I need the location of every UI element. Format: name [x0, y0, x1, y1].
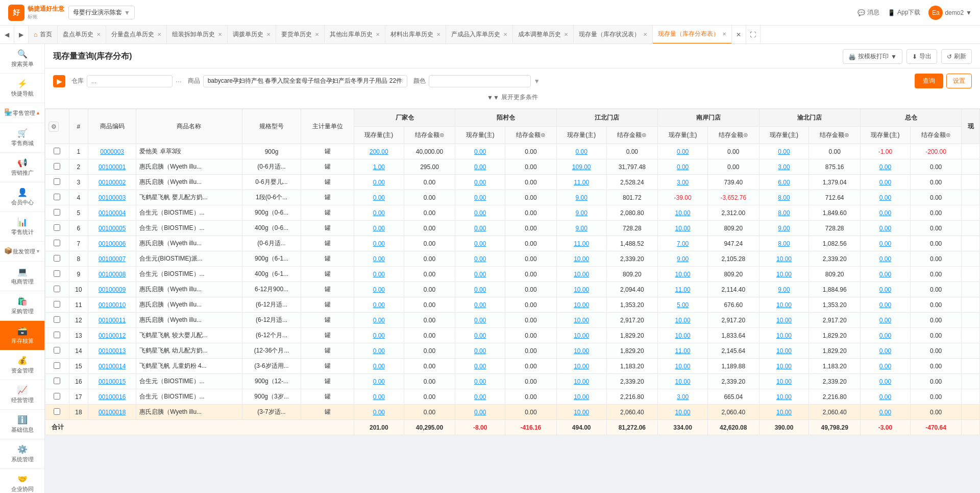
user-menu[interactable]: Ea demo2 ▼	[928, 6, 972, 20]
row-yubei-amt: 1,884.96	[809, 282, 861, 297]
row-checkbox[interactable]	[45, 389, 69, 405]
tab-nav-prev[interactable]: ◀	[0, 26, 14, 44]
tab-nav-next[interactable]: ▶	[14, 26, 29, 44]
tab-inventory-check[interactable]: 盘点单历史 ✕	[58, 26, 106, 44]
tab-outbound[interactable]: 其他出库单历史 ✕	[325, 26, 385, 44]
row-factory-amt: 40,000.00	[404, 144, 455, 159]
tab-assembly[interactable]: 组装拆卸单历史 ✕	[167, 26, 228, 44]
row-checkbox[interactable]	[45, 328, 69, 343]
row-mocun-amt: 0.00	[505, 389, 557, 405]
sidebar-item-purchase[interactable]: 🛍️ 采购管理	[0, 291, 44, 321]
tab-stock-status[interactable]: 现存量（库存状况表） ✕	[574, 26, 653, 44]
row-total-qty: 0.00	[861, 313, 911, 328]
row-checkbox[interactable]	[45, 359, 69, 374]
tab-expand-btn[interactable]: ⛶	[746, 26, 761, 44]
row-checkbox[interactable]	[45, 313, 69, 328]
sidebar-item-retail[interactable]: 🏪 零售管理 ▲	[0, 103, 44, 123]
sidebar-system-label: 系统管理	[11, 456, 34, 462]
sidebar-item-collab[interactable]: 🤝 企业协同	[0, 469, 44, 493]
row-checkbox[interactable]	[45, 159, 69, 175]
sidebar-item-mall[interactable]: 🛒 零售商城	[0, 123, 44, 153]
sidebar-item-marketing[interactable]: 📢 营销推广	[0, 153, 44, 182]
tab-product-in[interactable]: 产成品入库单历史 ✕	[446, 26, 513, 44]
col-group-jiangbei: 江北门店	[556, 109, 657, 127]
row-spec: (3-7岁适...	[242, 405, 301, 420]
tab-order[interactable]: 要货单历史 ✕	[276, 26, 325, 44]
sidebar-item-finance[interactable]: 💰 资金管理	[0, 350, 44, 380]
expand-filter-btn[interactable]: ▼▼ 展开更多条件	[483, 91, 542, 103]
sidebar-item-inventory[interactable]: 🗃️ 库存核算	[0, 321, 44, 350]
tab-material-out[interactable]: 材料出库单历史 ✕	[385, 26, 446, 44]
filter-toggle-btn[interactable]: ▶	[53, 75, 65, 87]
tab-close-icon[interactable]: ✕	[564, 32, 568, 37]
gear-settings-btn[interactable]: ⚙	[48, 122, 59, 132]
tab-close-icon[interactable]: ✕	[376, 32, 380, 37]
row-checkbox[interactable]	[45, 343, 69, 359]
tab-close-icon[interactable]: ✕	[722, 31, 726, 37]
row-checkbox[interactable]	[45, 297, 69, 313]
tab-close-icon[interactable]: ✕	[315, 32, 319, 37]
tab-more-btn[interactable]: ✕	[732, 26, 746, 44]
row-checkbox[interactable]	[45, 221, 69, 236]
row-checkbox[interactable]	[45, 282, 69, 297]
print-btn[interactable]: 🖨️ 按模板打印 ▼	[843, 49, 902, 64]
row-jiangbei-qty: 9.00	[556, 205, 606, 221]
industry-selector[interactable]: 母婴行业演示陈套 ▼	[68, 6, 135, 19]
tab-close-icon[interactable]: ✕	[643, 32, 647, 37]
logo-area[interactable]: 好 畅捷通好生意 标账	[8, 5, 64, 21]
tab-home[interactable]: ⌂ 首页	[29, 26, 58, 44]
row-no: 3	[69, 175, 88, 190]
settings-btn[interactable]: 设置	[946, 74, 972, 88]
sidebar-item-search[interactable]: 🔍 搜索英单	[0, 44, 44, 74]
row-checkbox[interactable]	[45, 405, 69, 420]
app-download-btn[interactable]: 📱 App下载	[888, 8, 920, 17]
tab-home-label: 首页	[40, 30, 52, 39]
row-name: 惠氏启胰（Wyeth illu...	[136, 297, 242, 313]
message-btn[interactable]: 💬 消息	[857, 8, 879, 17]
tab-stock-dist[interactable]: 现存量（库存分布表） ✕	[653, 26, 732, 44]
row-jiangbei-qty: 0.00	[556, 144, 606, 159]
sidebar-item-operation[interactable]: 📈 经营管理	[0, 380, 44, 410]
sidebar-item-system[interactable]: ⚙️ 系统管理	[0, 439, 44, 469]
row-checkbox[interactable]	[45, 175, 69, 190]
color-input[interactable]	[429, 75, 531, 87]
tab-close-icon[interactable]: ✕	[96, 32, 101, 37]
tab-close-icon[interactable]: ✕	[503, 32, 507, 37]
row-checkbox[interactable]	[45, 190, 69, 205]
row-checkbox[interactable]	[45, 236, 69, 251]
warehouse-input[interactable]	[87, 75, 173, 87]
retail-icon: 🏪	[4, 108, 12, 116]
sidebar-item-quicknav[interactable]: ⚡ 快捷导航	[0, 74, 44, 103]
sidebar-item-retail-stats[interactable]: 📊 零售统计	[0, 212, 44, 242]
export-btn[interactable]: ⬇ 导出	[906, 49, 937, 64]
row-mocun-qty: 0.00	[455, 159, 505, 175]
tab-close-icon[interactable]: ✕	[266, 32, 271, 37]
row-checkbox[interactable]	[45, 205, 69, 221]
tab-sub-inventory[interactable]: 分量盘点单历史 ✕	[106, 26, 167, 44]
tab-cost-adjust[interactable]: 成本调整单历史 ✕	[513, 26, 574, 44]
row-checkbox[interactable]	[45, 144, 69, 159]
sidebar-item-ecommerce[interactable]: 💻 电商管理	[0, 262, 44, 291]
row-extra	[962, 144, 980, 159]
refresh-btn[interactable]: ↺ 刷新	[941, 49, 972, 64]
tab-close-icon[interactable]: ✕	[436, 32, 440, 37]
search-btn[interactable]: 查询	[915, 74, 943, 88]
tab-close-icon[interactable]: ✕	[218, 32, 222, 37]
sidebar-collab-label: 企业协同	[11, 486, 34, 492]
row-nanan-qty: 9.00	[658, 251, 708, 267]
row-checkbox[interactable]	[45, 267, 69, 282]
warehouse-dots-btn[interactable]: ···	[176, 77, 182, 85]
product-input[interactable]	[203, 75, 407, 87]
sidebar-item-member[interactable]: 👤 会员中心	[0, 182, 44, 212]
row-total-amt: 0.00	[910, 267, 962, 282]
row-nanan-amt: 809.20	[707, 267, 759, 282]
sidebar-item-wholesale[interactable]: 📦 批发管理 ▼	[0, 242, 44, 262]
row-spec: (6-12月适...	[242, 297, 301, 313]
tab-close-icon[interactable]: ✕	[157, 32, 161, 37]
color-dropdown-icon[interactable]: ▼	[534, 78, 540, 85]
tab-transfer[interactable]: 调拨单历史 ✕	[228, 26, 276, 44]
table-row: 8 00100007 合生元(BIOSTIME)派... 900g（6-1...…	[45, 251, 980, 267]
sidebar-item-basic[interactable]: ℹ️ 基础信息	[0, 410, 44, 439]
row-checkbox[interactable]	[45, 251, 69, 267]
row-checkbox[interactable]	[45, 374, 69, 389]
